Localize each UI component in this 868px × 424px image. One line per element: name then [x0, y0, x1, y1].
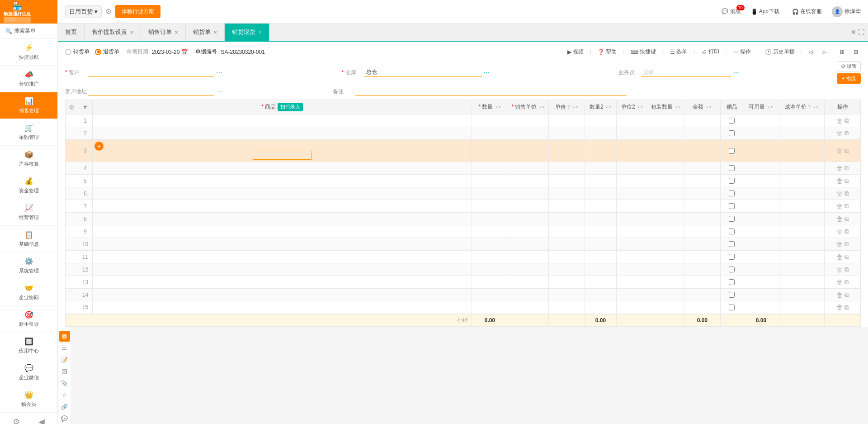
sidebar-item-wechat[interactable]: 💬 企业微信 — [0, 359, 57, 386]
settings-btn[interactable]: ⚙ 设置 — [837, 61, 861, 71]
right-sb-star-btn[interactable]: ☆ — [59, 390, 70, 400]
gift-checkbox-13[interactable] — [722, 279, 741, 285]
right-sb-list-btn[interactable]: ☰ — [59, 343, 70, 353]
sidebar-item-vip[interactable]: 👑 畅会员 — [0, 386, 57, 413]
customer-input[interactable] — [88, 68, 214, 77]
row-unit-12[interactable] — [508, 263, 549, 276]
row-cost-1[interactable] — [779, 114, 825, 127]
online-service-btn[interactable]: 🎧 在线客服 — [789, 7, 825, 16]
row-unit-1[interactable] — [508, 114, 549, 127]
row-amount-15[interactable] — [684, 301, 721, 314]
row-available-2[interactable] — [743, 127, 779, 140]
qty-input-1[interactable] — [476, 118, 504, 124]
row-unit2-7[interactable] — [617, 200, 648, 213]
price-help-icon[interactable]: ? — [567, 104, 570, 110]
help-btn[interactable]: ❓ 帮助 — [595, 47, 619, 57]
right-sb-photo-btn[interactable]: 🖼 — [59, 366, 70, 377]
row-available-3[interactable] — [743, 140, 779, 162]
industry-selector[interactable]: 日用百货 ▾ — [65, 5, 102, 18]
row-amount-9[interactable] — [684, 225, 721, 238]
row-qty-2[interactable] — [472, 127, 508, 140]
row-amount-14[interactable] — [684, 289, 721, 301]
row-available-12[interactable] — [743, 263, 779, 276]
print-btn[interactable]: 🖨 打印 — [699, 47, 722, 57]
row-pack-11[interactable] — [648, 251, 684, 263]
row-cost-2[interactable] — [779, 127, 825, 140]
row-copy-btn-2[interactable]: ⧉ — [844, 129, 849, 137]
row-cost-13[interactable] — [779, 276, 825, 289]
row-amount-1[interactable] — [684, 114, 721, 127]
experience-btn[interactable]: 体验行业方案 — [115, 5, 160, 18]
row-qty2-3[interactable] — [585, 140, 617, 162]
qty-input-6[interactable] — [476, 191, 504, 197]
row-product-11[interactable] — [93, 251, 472, 263]
right-sb-link-btn[interactable]: 🔗 — [59, 401, 70, 412]
row-unit-3[interactable] — [508, 140, 549, 162]
row-product-14[interactable] — [93, 289, 472, 301]
row-pack-2[interactable] — [648, 127, 684, 140]
row-price-13[interactable] — [549, 276, 585, 289]
amount-sort-icon[interactable]: ▲▼ — [706, 105, 712, 109]
video-btn[interactable]: ▶ 视频 — [565, 47, 586, 57]
row-qty2-2[interactable] — [585, 127, 617, 140]
qty2-sort-icon[interactable]: ▲▼ — [605, 105, 612, 109]
row-product-9[interactable] — [93, 225, 472, 238]
price-sort-icon[interactable]: ▲▼ — [572, 105, 578, 109]
row-delete-btn-4[interactable]: 🗑 — [836, 165, 843, 172]
row-qty-6[interactable] — [472, 187, 508, 200]
view-list-btn[interactable]: ⊟ — [851, 48, 861, 56]
row-unit-14[interactable] — [508, 289, 549, 301]
sale-type-radio[interactable]: 销货单 — [65, 48, 90, 56]
address-dots-btn[interactable]: ··· — [216, 88, 222, 96]
row-unit-9[interactable] — [508, 225, 549, 238]
select-btn[interactable]: ☰ 选单 — [667, 47, 690, 57]
row-unit2-5[interactable] — [617, 175, 648, 187]
message-btn[interactable]: 💬 消息 70 — [722, 8, 741, 15]
row-delete-btn-13[interactable]: 🗑 — [836, 279, 843, 286]
row-gift-7[interactable] — [721, 200, 743, 213]
row-unit-15[interactable] — [508, 301, 549, 314]
remark-input[interactable] — [355, 87, 627, 96]
row-unit-4[interactable] — [508, 162, 549, 175]
row-product-7[interactable] — [93, 200, 472, 213]
row-copy-btn-10[interactable]: ⧉ — [844, 240, 849, 248]
row-qty-4[interactable] — [472, 162, 508, 175]
row-unit-8[interactable] — [508, 213, 549, 225]
gift-checkbox-7[interactable] — [722, 203, 741, 209]
row-copy-btn-3[interactable]: ⧉ — [844, 147, 849, 155]
cost-help-icon[interactable]: ? — [808, 104, 811, 110]
row-delete-btn-8[interactable]: 🗑 — [836, 215, 843, 223]
row-available-11[interactable] — [743, 251, 779, 263]
row-pack-14[interactable] — [648, 289, 684, 301]
add-row-btn[interactable]: + — [94, 142, 104, 151]
row-qty2-14[interactable] — [585, 289, 617, 301]
row-unit2-6[interactable] — [617, 187, 648, 200]
row-pack-3[interactable] — [648, 140, 684, 162]
row-product-13[interactable] — [93, 276, 472, 289]
sidebar-item-operation[interactable]: 📈 经营管理 — [0, 199, 57, 226]
cost-sort-icon[interactable]: ▲▼ — [812, 105, 819, 109]
row-pack-12[interactable] — [648, 263, 684, 276]
row-gift-15[interactable] — [721, 301, 743, 314]
row-pack-5[interactable] — [648, 175, 684, 187]
row-copy-btn-15[interactable]: ⧉ — [844, 304, 849, 311]
row-amount-7[interactable] — [684, 200, 721, 213]
tab-price-settings[interactable]: 售价提取设置 ✕ — [85, 24, 141, 41]
row-unit-13[interactable] — [508, 276, 549, 289]
sidebar-item-shortcut[interactable]: ⚡ 快捷导航 — [0, 39, 57, 66]
gift-checkbox-10[interactable] — [722, 241, 741, 247]
row-available-14[interactable] — [743, 289, 779, 301]
row-unit-5[interactable] — [508, 175, 549, 187]
tab-sales-delivery[interactable]: 销货单 ✕ — [186, 24, 225, 41]
row-product-3[interactable]: + — [93, 140, 472, 162]
row-unit2-4[interactable] — [617, 162, 648, 175]
sidebar-item-marketing[interactable]: 📣 营销推广 — [0, 66, 57, 92]
row-available-8[interactable] — [743, 213, 779, 225]
sidebar-item-guide[interactable]: 🎯 新手引导 — [0, 306, 57, 333]
tab-expand-btn[interactable]: ⛶ — [858, 29, 864, 36]
row-pack-13[interactable] — [648, 276, 684, 289]
row-qty2-5[interactable] — [585, 175, 617, 187]
row-pack-7[interactable] — [648, 200, 684, 213]
gift-checkbox-4[interactable] — [722, 165, 741, 171]
col-settings-icon[interactable]: ⚙ — [69, 104, 75, 111]
